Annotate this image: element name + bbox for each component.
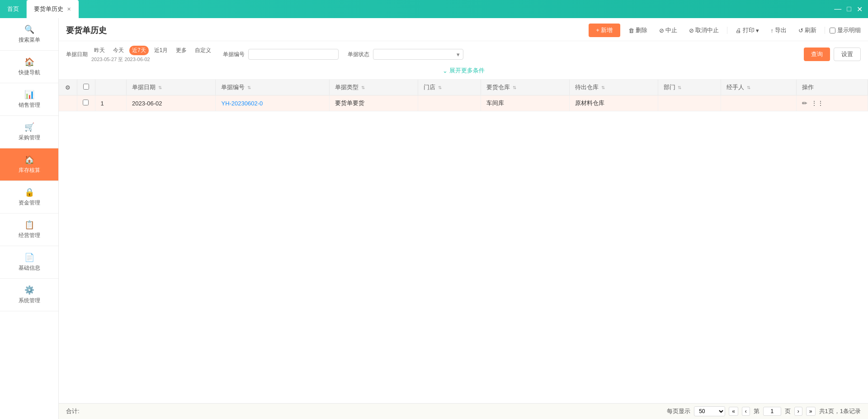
sidebar: 🔍 搜索菜单 🏠 快捷导航 📊 销售管理 🛒 采购管理 🏠 库存核算 🔒 资金管… [0,18,59,419]
sidebar-item-operations[interactable]: 📋 经营管理 [0,214,58,246]
chart-icon: 📊 [24,90,34,100]
sidebar-item-system-label: 系统管理 [19,297,40,305]
filter-row: 单据日期 昨天 今天 近7天 近1月 更多 自定义 2023-05-27 至 2… [66,46,861,63]
tab-home-label: 首页 [7,5,19,13]
row-checkbox[interactable] [83,100,89,105]
expand-more-button[interactable]: ⌄ 展开更多条件 [66,67,861,75]
filter-area: 单据日期 昨天 今天 近7天 近1月 更多 自定义 2023-05-27 至 2… [59,41,868,80]
td-date: 2023-06-02 [127,95,216,111]
cancel-suspend-button[interactable]: ⊘ 取消中止 [685,24,722,36]
sidebar-item-inventory-label: 库存核算 [19,167,40,174]
more-icon[interactable]: ⋮⋮ [811,100,824,107]
close-button[interactable]: ✕ [857,5,863,14]
sidebar-item-sales[interactable]: 📊 销售管理 [0,83,58,116]
td-index: 1 [95,95,127,111]
page-input[interactable] [763,407,781,416]
print-icon: 🖨 [736,27,741,34]
print-dropdown-icon: ▾ [756,27,759,34]
date-option-custom[interactable]: 自定义 [192,46,214,55]
edit-icon[interactable]: ✏ [802,100,807,107]
toolbar: + 新增 🗑 删除 ⊘ 中止 ⊘ 取消中止 🖨 打印 ▾ [589,24,861,37]
page-title: 要货单历史 [66,25,107,36]
date-option-7days[interactable]: 近7天 [129,46,149,55]
td-checkbox [77,95,95,111]
th-req-warehouse[interactable]: 要货仓库 ⇅ [481,80,570,95]
query-button[interactable]: 查询 [804,48,830,61]
th-handler[interactable]: 经手人 ⇅ [721,80,796,95]
settings-button[interactable]: 设置 [834,48,861,61]
page-size-label: 每页显示 [667,407,690,415]
table-row: 1 2023-06-02 YH-20230602-0 要货单要货 车间库 原材料… [59,95,868,111]
tab-home[interactable]: 首页 [0,0,27,18]
next-page-button[interactable]: › [794,407,802,416]
sidebar-item-search[interactable]: 🔍 搜索菜单 [0,18,58,51]
cart-icon: 🛒 [24,122,34,132]
doc-number-link[interactable]: YH-20230602-0 [221,100,263,107]
sort-number-icon: ⇅ [247,85,251,90]
page-size-select[interactable]: 20 50 100 200 [694,406,725,416]
date-option-today[interactable]: 今天 [110,46,127,55]
filter-actions: 查询 设置 [804,48,861,61]
total-label: 合计: [66,407,80,415]
last-page-button[interactable]: » [806,407,816,416]
date-option-more[interactable]: 更多 [173,46,189,55]
delete-icon: 🗑 [628,27,634,34]
sidebar-item-quicknav[interactable]: 🏠 快捷导航 [0,51,58,83]
td-action: ✏ ⋮⋮ [797,95,868,111]
doc-number-input[interactable] [248,49,339,60]
date-option-1month[interactable]: 近1月 [151,46,171,55]
th-store[interactable]: 门店 ⇅ [418,80,481,95]
first-page-button[interactable]: « [729,407,738,416]
display-toggle-checkbox[interactable] [830,28,835,33]
refresh-button[interactable]: ↺ 刷新 [795,24,820,36]
doc-status-select[interactable]: 全部 待审核 已审核 已中止 [373,49,463,60]
refresh-icon: ↺ [798,27,803,34]
sort-pending-warehouse-icon: ⇅ [601,85,605,90]
sidebar-item-inventory[interactable]: 🏠 库存核算 [0,148,58,181]
gear-icon: ⚙️ [24,285,34,295]
date-option-yesterday[interactable]: 昨天 [91,46,108,55]
page-suffix: 页 [785,407,791,415]
print-button[interactable]: 🖨 打印 ▾ [732,24,763,36]
prev-page-button[interactable]: ‹ [742,407,750,416]
tab-history[interactable]: 要货单历史 ✕ [27,0,79,18]
sidebar-item-basic[interactable]: 📄 基础信息 [0,246,58,279]
th-index [95,80,127,95]
td-settings [59,95,77,111]
sidebar-item-quicknav-label: 快捷导航 [19,69,40,76]
sidebar-item-basic-label: 基础信息 [19,264,40,272]
new-button[interactable]: + 新增 [589,24,620,37]
select-all-checkbox[interactable] [83,84,89,90]
display-toggle[interactable]: 显示明细 [830,26,861,34]
sidebar-item-finance[interactable]: 🔒 资金管理 [0,181,58,214]
export-button[interactable]: ↑ 导出 [767,24,791,36]
sidebar-item-purchase-label: 采购管理 [19,134,40,142]
th-action: 操作 [797,80,868,95]
th-number[interactable]: 单据编号 ⇅ [216,80,330,95]
doc-icon: 📄 [24,252,34,262]
doc-status-label: 单据状态 [348,51,369,58]
th-type[interactable]: 单据类型 ⇅ [330,80,418,95]
maximize-button[interactable]: □ [847,5,851,13]
cancel-suspend-icon: ⊘ [689,27,694,34]
th-date[interactable]: 单据日期 ⇅ [127,80,216,95]
th-number-label: 单据编号 [221,84,245,90]
doc-status-filter-group: 单据状态 全部 待审核 已审核 已中止 [348,49,463,60]
th-pending-warehouse[interactable]: 待出仓库 ⇅ [569,80,658,95]
minimize-button[interactable]: — [834,5,841,13]
td-handler [721,95,796,111]
th-req-warehouse-label: 要货仓库 [486,84,510,90]
doc-status-select-wrapper: 全部 待审核 已审核 已中止 [373,49,463,60]
suspend-button[interactable]: ⊘ 中止 [656,24,681,36]
sidebar-item-purchase[interactable]: 🛒 采购管理 [0,116,58,148]
th-settings[interactable]: ⚙ [59,80,77,95]
tab-history-close-icon[interactable]: ✕ [67,6,71,12]
sidebar-item-system[interactable]: ⚙️ 系统管理 [0,279,58,311]
td-number: YH-20230602-0 [216,95,330,111]
export-icon: ↑ [771,27,774,34]
toolbar-divider-2 [825,27,825,34]
inventory-icon: 🏠 [24,155,34,165]
delete-button[interactable]: 🗑 删除 [625,24,651,36]
sort-type-icon: ⇅ [361,85,365,90]
th-department[interactable]: 部门 ⇅ [658,80,721,95]
